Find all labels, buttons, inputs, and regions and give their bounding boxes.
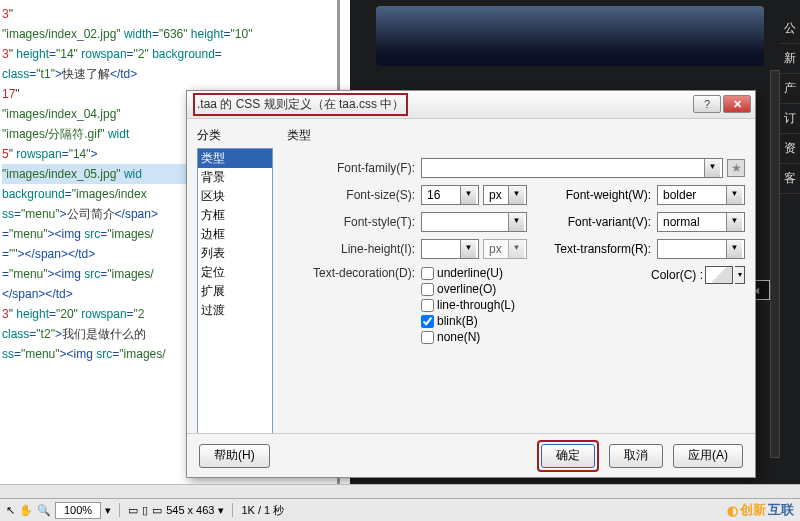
dropdown-arrow-icon[interactable]: ▼	[726, 213, 742, 231]
device-phone-icon[interactable]: ▭	[128, 504, 138, 517]
text-transform-combo[interactable]: ▼	[657, 239, 745, 259]
underline-checkbox[interactable]	[421, 267, 434, 280]
panel-tab[interactable]: 客	[780, 164, 800, 194]
panel-tab[interactable]: 产	[780, 74, 800, 104]
zoom-menu-icon[interactable]: ▾	[105, 504, 111, 517]
category-item[interactable]: 区块	[198, 187, 272, 206]
dropdown-arrow-icon[interactable]: ▼	[508, 240, 524, 258]
dropdown-arrow-icon[interactable]: ▼	[704, 159, 720, 177]
dropdown-arrow-icon[interactable]: ▼	[508, 186, 524, 204]
apply-button[interactable]: 应用(A)	[673, 444, 743, 468]
zoom-tool-icon[interactable]: 🔍	[37, 504, 51, 517]
panel-tab[interactable]: 公	[780, 14, 800, 44]
sidebar-heading: 分类	[197, 127, 273, 144]
dropdown-arrow-icon[interactable]: ▼	[726, 186, 742, 204]
font-stack-picker-button[interactable]: ★	[727, 159, 745, 177]
ok-button[interactable]: 确定	[541, 444, 595, 468]
category-item[interactable]: 定位	[198, 263, 272, 282]
category-sidebar: 分类 类型背景区块方框边框列表定位扩展过渡	[187, 119, 279, 433]
font-variant-label: Font-variant(V):	[531, 215, 653, 229]
none-label: none(N)	[437, 330, 480, 344]
close-window-button[interactable]: ✕	[723, 95, 751, 113]
category-item[interactable]: 扩展	[198, 282, 272, 301]
horizontal-scrollbar[interactable]	[0, 484, 800, 498]
panel-tab[interactable]: 资	[780, 134, 800, 164]
help-window-button[interactable]: ?	[693, 95, 721, 113]
category-item[interactable]: 列表	[198, 244, 272, 263]
font-style-label: Font-style(T):	[287, 215, 417, 229]
text-decoration-label: Text-decoration(D):	[287, 266, 417, 280]
type-panel: 类型 Font-family(F): ▼ ★ Font-size(S): 16▼…	[279, 119, 755, 433]
dropdown-arrow-icon[interactable]: ▼	[726, 240, 742, 258]
watermark-logo: ◐创新互联	[727, 501, 794, 519]
font-family-combo[interactable]: ▼	[421, 158, 723, 178]
dropdown-arrow-icon[interactable]: ▼	[508, 213, 524, 231]
blink-checkbox[interactable]	[421, 315, 434, 328]
font-style-combo[interactable]: ▼	[421, 212, 527, 232]
status-bar: ↖ ✋ 🔍 100% ▾ ▭ ▯ ▭ 545 x 463 ▾ 1K / 1 秒 …	[0, 498, 800, 521]
viewport-dimensions: 545 x 463	[166, 504, 214, 516]
none-checkbox[interactable]	[421, 331, 434, 344]
linethrough-checkbox[interactable]	[421, 299, 434, 312]
overline-checkbox[interactable]	[421, 283, 434, 296]
pointer-tool-icon[interactable]: ↖	[6, 504, 15, 517]
line-height-combo[interactable]: ▼	[421, 239, 479, 259]
preview-header-graphic	[376, 6, 764, 66]
dialog-titlebar[interactable]: .taa 的 CSS 规则定义（在 taa.css 中） ? ✕	[187, 91, 755, 119]
dialog-title: .taa 的 CSS 规则定义（在 taa.css 中）	[193, 93, 408, 116]
device-desktop-icon[interactable]: ▭	[152, 504, 162, 517]
panel-tab[interactable]: 新	[780, 44, 800, 74]
color-label: Color(C) :	[651, 268, 703, 282]
panel-heading: 类型	[287, 127, 745, 144]
category-list[interactable]: 类型背景区块方框边框列表定位扩展过渡	[197, 148, 273, 448]
color-swatch[interactable]	[705, 266, 733, 284]
preview-scrollbar[interactable]	[770, 70, 780, 458]
font-weight-combo[interactable]: bolder▼	[657, 185, 745, 205]
dialog-footer: 帮助(H) 确定 取消 应用(A)	[187, 433, 755, 477]
hand-tool-icon[interactable]: ✋	[19, 504, 33, 517]
line-height-label: Line-height(I):	[287, 242, 417, 256]
font-size-label: Font-size(S):	[287, 188, 417, 202]
text-transform-label: Text-transform(R):	[531, 242, 653, 256]
device-tablet-icon[interactable]: ▯	[142, 504, 148, 517]
category-item[interactable]: 类型	[198, 149, 272, 168]
font-family-input[interactable]	[424, 159, 704, 177]
cancel-button[interactable]: 取消	[609, 444, 663, 468]
zoom-level[interactable]: 100%	[55, 502, 101, 519]
panel-tab[interactable]: 订	[780, 104, 800, 134]
linethrough-label: line-through(L)	[437, 298, 515, 312]
color-dropdown-icon[interactable]: ▾	[735, 266, 745, 284]
underline-label: underline(U)	[437, 266, 503, 280]
viewport-menu-icon[interactable]: ▾	[218, 504, 224, 517]
dropdown-arrow-icon[interactable]: ▼	[460, 186, 476, 204]
font-weight-label: Font-weight(W):	[531, 188, 653, 202]
category-item[interactable]: 背景	[198, 168, 272, 187]
font-variant-combo[interactable]: normal▼	[657, 212, 745, 232]
font-family-label: Font-family(F):	[287, 161, 417, 175]
page-size-hint: 1K / 1 秒	[241, 503, 284, 518]
right-tab-strip[interactable]: 公新产订资客	[780, 14, 800, 194]
category-item[interactable]: 过渡	[198, 301, 272, 320]
dropdown-arrow-icon[interactable]: ▼	[460, 240, 476, 258]
blink-label: blink(B)	[437, 314, 478, 328]
font-size-combo[interactable]: 16▼	[421, 185, 479, 205]
help-button[interactable]: 帮助(H)	[199, 444, 270, 468]
line-height-unit-combo[interactable]: px▼	[483, 239, 527, 259]
category-item[interactable]: 边框	[198, 225, 272, 244]
overline-label: overline(O)	[437, 282, 496, 296]
css-rule-dialog: .taa 的 CSS 规则定义（在 taa.css 中） ? ✕ 分类 类型背景…	[186, 90, 756, 478]
category-item[interactable]: 方框	[198, 206, 272, 225]
font-size-unit-combo[interactable]: px▼	[483, 185, 527, 205]
